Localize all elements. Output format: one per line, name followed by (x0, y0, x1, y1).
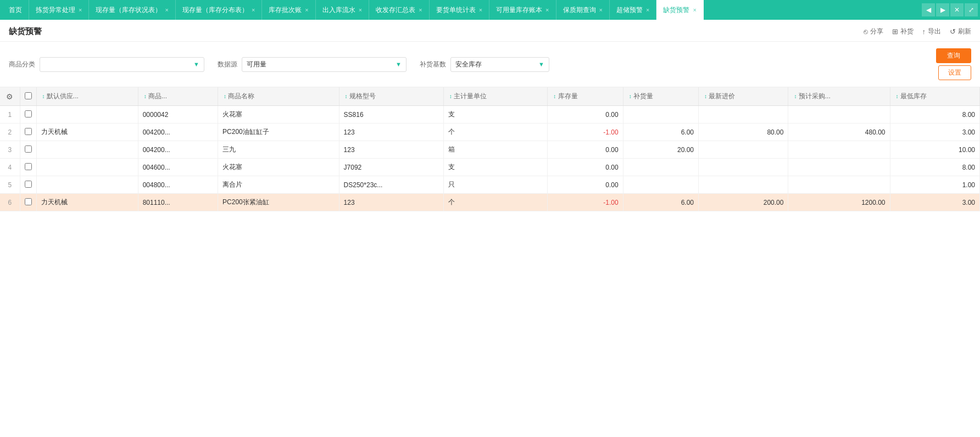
query-button[interactable]: 查询 (936, 48, 971, 63)
tab-close-order-stats[interactable]: × (479, 7, 482, 13)
row-replenish-qty-2: 6.00 (623, 124, 698, 141)
row-checkbox-4[interactable] (20, 159, 36, 176)
tab-close-collection-summary[interactable]: × (419, 7, 422, 13)
tab-expiry-query[interactable]: 保质期查询 × (556, 0, 610, 20)
row-estimated-purchase-4 (788, 159, 890, 176)
row-checkbox-5[interactable] (20, 176, 36, 194)
tab-close-shortage[interactable]: × (693, 7, 696, 13)
row-supplier-2: 力天机械 (36, 124, 138, 141)
row-product-code-5: 004800... (138, 176, 218, 194)
settings-gear-icon[interactable]: ⚙ (6, 92, 13, 101)
settings-button[interactable]: 设置 (938, 65, 971, 80)
tab-expand-btn[interactable]: ⤢ (965, 3, 978, 16)
filter-actions: 查询 设置 (936, 48, 971, 80)
row-product-code-3: 004200... (138, 141, 218, 159)
table-row: 3 004200... 三九 123 箱 0.00 20.00 10.00 (0, 141, 980, 159)
row-latest-price-4 (699, 159, 788, 176)
filter-group-datasource: 数据源 可用量 ▼ (218, 57, 407, 72)
row-stock-3: 0.00 (548, 141, 623, 159)
sort-icon-product-name: ↕ (224, 93, 226, 99)
th-min-stock[interactable]: ↕ 最低库存 (890, 87, 979, 106)
select-all-checkbox[interactable] (25, 92, 32, 99)
tab-overstock[interactable]: 超储预警 × (610, 0, 656, 20)
row-checkbox-3[interactable] (20, 141, 36, 159)
th-latest-price[interactable]: ↕ 最新进价 (699, 87, 788, 106)
replenish-icon: ⊞ (892, 27, 898, 36)
refresh-action[interactable]: ↺ 刷新 (950, 27, 971, 36)
row-latest-price-3 (699, 141, 788, 159)
th-product-code[interactable]: ↕ 商品... (138, 87, 218, 106)
tab-close-inventory-status[interactable]: × (165, 7, 168, 13)
row-supplier-4 (36, 159, 138, 176)
table-row: 2 力天机械 004200... PC200油缸缸子 123 个 -1.00 6… (0, 124, 980, 141)
row-product-code-6: 801110... (138, 194, 218, 211)
table-container: ⚙ ↕ 默认供应... ↕ 商品... ↕ 商品名称 (0, 87, 980, 211)
row-product-name-5: 离合片 (218, 176, 339, 194)
category-select[interactable]: ▼ (40, 57, 204, 72)
share-icon: ⎋ (864, 27, 868, 36)
row-estimated-purchase-2: 480.00 (788, 124, 890, 141)
category-arrow-icon: ▼ (193, 61, 199, 68)
filter-group-category: 商品分类 ▼ (9, 57, 204, 72)
refresh-icon: ↺ (950, 27, 956, 36)
tab-close-overstock[interactable]: × (646, 7, 649, 13)
data-table: ⚙ ↕ 默认供应... ↕ 商品... ↕ 商品名称 (0, 87, 980, 211)
datasource-select[interactable]: 可用量 ▼ (242, 57, 407, 72)
tab-close-inout-flow[interactable]: × (359, 7, 362, 13)
tab-order-stats[interactable]: 要货单统计表 × (430, 0, 489, 20)
share-action[interactable]: ⎋ 分享 (864, 27, 883, 36)
th-product-name[interactable]: ↕ 商品名称 (218, 87, 339, 106)
tab-inventory-status[interactable]: 现存量（库存状况表） × (89, 0, 175, 20)
row-checkbox-6[interactable] (20, 194, 36, 211)
tab-pick-exception[interactable]: 拣货异常处理 × (29, 0, 89, 20)
tab-close-pick-exception[interactable]: × (79, 7, 82, 13)
row-stock-2: -1.00 (548, 124, 623, 141)
row-stock-1: 0.00 (548, 106, 623, 124)
row-estimated-purchase-5 (788, 176, 890, 194)
tab-scroll-left-btn[interactable]: ◀ (922, 3, 935, 16)
tab-scroll-right-btn[interactable]: ▶ (936, 3, 949, 16)
row-latest-price-6: 200.00 (699, 194, 788, 211)
export-action[interactable]: ↑ 导出 (922, 27, 942, 36)
tab-close-inventory-dist[interactable]: × (252, 7, 255, 13)
th-estimated-purchase[interactable]: ↕ 预计采购... (788, 87, 890, 106)
th-checkbox[interactable] (20, 87, 36, 106)
tab-home[interactable]: 首页 (2, 0, 29, 20)
row-estimated-purchase-3 (788, 141, 890, 159)
replenish-select[interactable]: 安全库存 ▼ (450, 57, 549, 72)
row-product-code-2: 004200... (138, 124, 218, 141)
row-stock-4: 0.00 (548, 159, 623, 176)
tab-close-batch-account[interactable]: × (305, 7, 308, 13)
tab-close-available-ledger[interactable]: × (545, 7, 549, 13)
tab-available-ledger[interactable]: 可用量库存账本 × (489, 0, 556, 20)
sort-icon-supplier: ↕ (42, 93, 45, 99)
th-supplier[interactable]: ↕ 默认供应... (36, 87, 138, 106)
tab-shortage[interactable]: 缺货预警 × (656, 0, 703, 20)
row-min-stock-6: 3.00 (890, 194, 979, 211)
sort-icon-product-code: ↕ (144, 93, 147, 99)
tab-collection-summary[interactable]: 收发存汇总表 × (369, 0, 429, 20)
th-spec[interactable]: ↕ 规格型号 (339, 87, 443, 106)
row-num-4: 4 (0, 159, 20, 176)
th-unit[interactable]: ↕ 主计量单位 (443, 87, 547, 106)
tab-inventory-dist[interactable]: 现存量（库存分布表） × (176, 0, 262, 20)
row-replenish-qty-5 (623, 176, 698, 194)
page-title: 缺货预警 (9, 26, 42, 37)
row-spec-2: 123 (339, 124, 443, 141)
tab-nav-buttons: ◀ ▶ ✕ ⤢ (922, 3, 978, 16)
row-checkbox-1[interactable] (20, 106, 36, 124)
th-replenish-qty[interactable]: ↕ 补货量 (623, 87, 698, 106)
tab-batch-account[interactable]: 库存批次账 × (262, 0, 315, 20)
row-product-name-6: PC200张紧油缸 (218, 194, 339, 211)
row-checkbox-2[interactable] (20, 124, 36, 141)
tab-close-expiry-query[interactable]: × (599, 7, 603, 13)
row-unit-4: 支 (443, 159, 547, 176)
table-body: 1 0000042 火花塞 SS816 支 0.00 8.00 2 力天机械 0… (0, 106, 980, 211)
tab-close-all-btn[interactable]: ✕ (950, 3, 964, 16)
replenish-action[interactable]: ⊞ 补货 (892, 27, 914, 36)
th-settings[interactable]: ⚙ (0, 87, 20, 106)
table-row: 4 004600... 火花塞 J7092 支 0.00 8.00 (0, 159, 980, 176)
tab-inout-flow[interactable]: 出入库流水 × (316, 0, 369, 20)
th-stock[interactable]: ↕ 库存量 (548, 87, 623, 106)
datasource-value: 可用量 (247, 60, 266, 69)
